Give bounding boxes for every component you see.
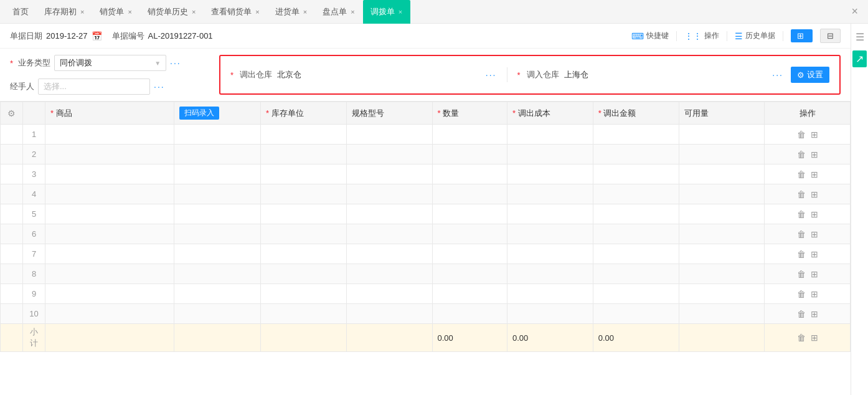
- row-qty-cell[interactable]: [432, 204, 507, 224]
- row-cost-cell[interactable]: [507, 204, 593, 224]
- row-unit-cell[interactable]: [261, 304, 347, 324]
- row-product-cell[interactable]: [45, 224, 174, 244]
- row-unit-cell[interactable]: [261, 264, 347, 284]
- row-product-cell[interactable]: [45, 204, 174, 224]
- delete-icon[interactable]: 🗑: [797, 249, 806, 259]
- row-qty-cell[interactable]: [432, 184, 507, 204]
- tab-view-sales[interactable]: 查看销货单 ×: [204, 0, 267, 24]
- row-unit-cell[interactable]: [261, 125, 347, 145]
- delete-icon[interactable]: 🗑: [797, 309, 806, 319]
- row-amount-cell[interactable]: [593, 204, 679, 224]
- delete-icon[interactable]: 🗑: [797, 169, 806, 179]
- row-product-cell[interactable]: [45, 264, 174, 284]
- delete-icon[interactable]: 🗑: [797, 209, 806, 219]
- copy-icon[interactable]: ⊞: [811, 209, 818, 219]
- copy-icon[interactable]: ⊞: [811, 269, 818, 279]
- row-product-cell[interactable]: [45, 145, 174, 164]
- business-type-input[interactable]: 同价调拨 ▼: [54, 55, 166, 71]
- delete-icon[interactable]: 🗑: [797, 130, 806, 140]
- sidebar-external-link-icon[interactable]: ↗: [852, 50, 867, 67]
- delete-icon[interactable]: 🗑: [797, 189, 806, 199]
- row-qty-cell[interactable]: [432, 304, 507, 324]
- row-product-cell[interactable]: [45, 184, 174, 204]
- row-cost-cell[interactable]: [507, 224, 593, 244]
- row-cost-cell[interactable]: [507, 164, 593, 184]
- delete-icon[interactable]: 🗑: [797, 150, 806, 159]
- delete-icon[interactable]: 🗑: [797, 229, 806, 239]
- handler-more[interactable]: ···: [154, 82, 165, 92]
- tab-stocktake[interactable]: 盘点单 ×: [315, 0, 362, 24]
- copy-icon[interactable]: ⊞: [811, 189, 818, 199]
- tab-close-inventory-init[interactable]: ×: [80, 8, 84, 16]
- row-unit-cell[interactable]: [261, 224, 347, 244]
- row-product-cell[interactable]: [45, 304, 174, 324]
- settings-toggle-btn[interactable]: ⊞: [791, 29, 813, 42]
- row-amount-cell[interactable]: [593, 264, 679, 284]
- handler-input[interactable]: 选择...: [38, 79, 150, 95]
- row-avail-cell[interactable]: [679, 244, 765, 264]
- row-cost-cell[interactable]: [507, 125, 593, 145]
- row-avail-cell[interactable]: [679, 125, 765, 145]
- in-warehouse-more[interactable]: ···: [772, 70, 783, 80]
- copy-icon[interactable]: ⊞: [811, 289, 818, 299]
- table-settings-icon[interactable]: ⚙: [7, 108, 16, 118]
- copy-icon[interactable]: ⊞: [811, 309, 818, 319]
- scan-btn[interactable]: 扫码录入: [179, 107, 219, 120]
- row-amount-cell[interactable]: 0.00: [593, 324, 679, 352]
- tab-home[interactable]: 首页: [5, 0, 37, 24]
- tab-close-transfer[interactable]: ×: [399, 8, 402, 16]
- tab-transfer[interactable]: 调拨单 ×: [363, 0, 410, 24]
- row-unit-cell[interactable]: [261, 284, 347, 304]
- row-avail-cell[interactable]: [679, 164, 765, 184]
- sidebar-list-icon[interactable]: ☰: [853, 29, 867, 45]
- row-cost-cell[interactable]: [507, 145, 593, 164]
- tab-close-stocktake[interactable]: ×: [351, 8, 354, 16]
- shortcuts-btn[interactable]: ⌨ 快捷键: [631, 31, 669, 41]
- row-product-cell[interactable]: [45, 164, 174, 184]
- row-product-cell[interactable]: [45, 324, 174, 352]
- business-type-more[interactable]: ···: [170, 58, 181, 68]
- row-avail-cell[interactable]: [679, 204, 765, 224]
- copy-icon[interactable]: ⊞: [811, 229, 818, 239]
- row-unit-cell[interactable]: [261, 184, 347, 204]
- row-spec-cell[interactable]: [346, 304, 432, 324]
- calendar-icon[interactable]: 📅: [92, 31, 102, 41]
- row-unit-cell[interactable]: [261, 145, 347, 164]
- row-amount-cell[interactable]: [593, 224, 679, 244]
- copy-icon[interactable]: ⊞: [811, 333, 818, 343]
- row-product-cell[interactable]: [45, 125, 174, 145]
- row-avail-cell[interactable]: [679, 304, 765, 324]
- tab-close-sales-order[interactable]: ×: [128, 8, 131, 16]
- row-amount-cell[interactable]: [593, 145, 679, 164]
- copy-icon[interactable]: ⊞: [811, 249, 818, 259]
- row-cost-cell[interactable]: [507, 284, 593, 304]
- row-qty-cell[interactable]: [432, 125, 507, 145]
- row-spec-cell[interactable]: [346, 324, 432, 352]
- tab-sales-history[interactable]: 销货单历史 ×: [140, 0, 204, 24]
- tab-close-purchase-order[interactable]: ×: [303, 8, 307, 16]
- row-avail-cell[interactable]: [679, 224, 765, 244]
- row-qty-cell[interactable]: [432, 264, 507, 284]
- row-avail-cell[interactable]: [679, 264, 765, 284]
- row-unit-cell[interactable]: [261, 164, 347, 184]
- row-spec-cell[interactable]: [346, 284, 432, 304]
- layout-btn[interactable]: ⊟: [820, 29, 841, 43]
- row-spec-cell[interactable]: [346, 145, 432, 164]
- tab-sales-order[interactable]: 销货单 ×: [92, 0, 139, 24]
- row-avail-cell[interactable]: [679, 324, 765, 352]
- row-qty-cell[interactable]: [432, 284, 507, 304]
- row-unit-cell[interactable]: [261, 244, 347, 264]
- row-amount-cell[interactable]: [593, 184, 679, 204]
- row-qty-cell[interactable]: [432, 164, 507, 184]
- row-amount-cell[interactable]: [593, 125, 679, 145]
- delete-icon[interactable]: 🗑: [797, 333, 806, 343]
- row-product-cell[interactable]: [45, 244, 174, 264]
- row-cost-cell[interactable]: 0.00: [507, 324, 593, 352]
- copy-icon[interactable]: ⊞: [811, 169, 818, 179]
- row-amount-cell[interactable]: [593, 164, 679, 184]
- row-unit-cell[interactable]: [261, 324, 347, 352]
- row-cost-cell[interactable]: [507, 264, 593, 284]
- row-qty-cell[interactable]: [432, 224, 507, 244]
- row-cost-cell[interactable]: [507, 244, 593, 264]
- operations-btn[interactable]: ⋮⋮ 操作: [684, 31, 719, 41]
